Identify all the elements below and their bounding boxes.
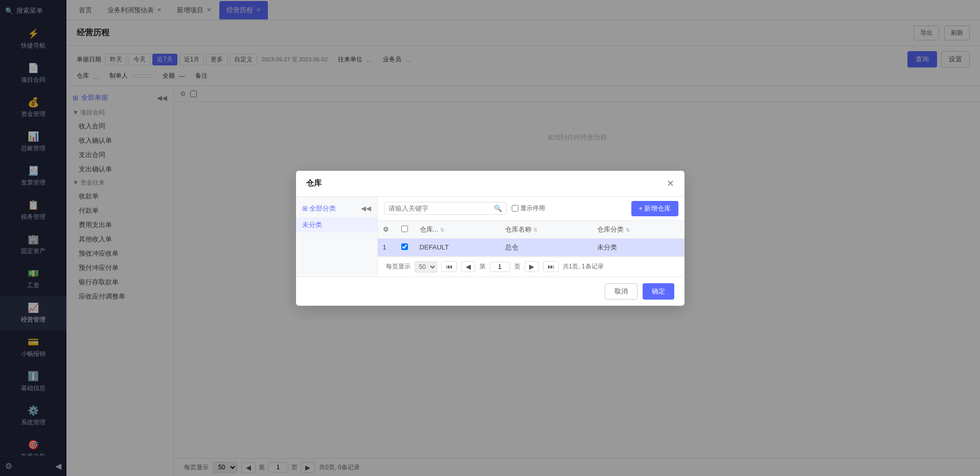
warehouse-table-head: ⚙ 仓库... ⇅ 仓库名称 ⇅ bbox=[378, 221, 685, 239]
col-code-header: 仓库... ⇅ bbox=[415, 221, 500, 239]
sort-name-icon: ⇅ bbox=[533, 227, 537, 233]
modal-per-page-label: 每页显示 bbox=[386, 262, 411, 271]
row-checkbox-cell bbox=[396, 238, 415, 256]
row-checkbox[interactable] bbox=[401, 243, 408, 250]
modal-last-page-button[interactable]: ⏭ bbox=[543, 261, 559, 272]
show-disabled-label: 显示停用 bbox=[520, 204, 545, 213]
add-warehouse-button[interactable]: + 新增仓库 bbox=[631, 201, 678, 216]
table-row[interactable]: 1 DEFAULT 总仓 未分类 bbox=[378, 238, 685, 256]
modal-left-header: ⊞ 全部分类 ◀◀ bbox=[296, 202, 377, 217]
modal-left-collapse-icon[interactable]: ◀◀ bbox=[361, 205, 371, 212]
modal-prev-page-button[interactable]: ◀ bbox=[461, 261, 475, 272]
table-select-all[interactable] bbox=[401, 225, 408, 232]
col-settings: ⚙ bbox=[378, 221, 396, 239]
modal-right-panel: 🔍 显示停用 + 新增仓库 ⚙ bbox=[378, 197, 685, 277]
show-disabled-checkbox[interactable] bbox=[512, 205, 518, 212]
modal-search-icon: 🔍 bbox=[494, 205, 502, 212]
modal-close-button[interactable]: ✕ bbox=[667, 178, 674, 189]
col-name-header: 仓库名称 ⇅ bbox=[500, 221, 592, 239]
modal-search-input[interactable] bbox=[389, 205, 491, 212]
modal-page-input[interactable] bbox=[490, 262, 510, 272]
modal-actions: 取消 确定 bbox=[296, 277, 685, 306]
modal-total-records: 共1页, 1条记录 bbox=[563, 262, 604, 271]
warehouse-table: ⚙ 仓库... ⇅ 仓库名称 ⇅ bbox=[378, 221, 685, 257]
modal-per-page-select[interactable]: 50 bbox=[415, 261, 437, 273]
warehouse-modal: 仓库 ✕ ⊞ 全部分类 ◀◀ 未分类 bbox=[296, 171, 685, 306]
show-disabled-checkbox-label[interactable]: 显示停用 bbox=[512, 204, 545, 213]
modal-pagination: 每页显示 50 ⏮ ◀ 第 页 ▶ ⏭ 共1页, 1条记录 bbox=[378, 257, 685, 277]
row-category: 未分类 bbox=[592, 238, 684, 256]
modal-page-label: 第 bbox=[480, 262, 486, 271]
cancel-button[interactable]: 取消 bbox=[605, 283, 637, 300]
modal-header: 仓库 ✕ bbox=[296, 171, 685, 197]
col-category-label: 仓库分类 bbox=[597, 225, 624, 233]
modal-left-title-text: 全部分类 bbox=[309, 205, 336, 212]
col-category-header: 仓库分类 ⇅ bbox=[592, 221, 684, 239]
sort-category-icon: ⇅ bbox=[626, 227, 630, 233]
warehouse-table-body: 1 DEFAULT 总仓 未分类 bbox=[378, 238, 685, 256]
confirm-button[interactable]: 确定 bbox=[643, 283, 674, 300]
col-checkbox-header bbox=[396, 221, 415, 239]
modal-category-uncategorized[interactable]: 未分类 bbox=[296, 217, 377, 233]
modal-toolbar: 🔍 显示停用 + 新增仓库 bbox=[378, 197, 685, 221]
modal-page-unit: 页 bbox=[514, 262, 520, 271]
modal-next-page-button[interactable]: ▶ bbox=[525, 261, 539, 272]
modal-overlay: 仓库 ✕ ⊞ 全部分类 ◀◀ 未分类 bbox=[0, 0, 980, 476]
warehouse-table-header-row: ⚙ 仓库... ⇅ 仓库名称 ⇅ bbox=[378, 221, 685, 239]
sort-code-icon: ⇅ bbox=[440, 227, 444, 233]
modal-table-wrapper: ⚙ 仓库... ⇅ 仓库名称 ⇅ bbox=[378, 221, 685, 257]
modal-body: ⊞ 全部分类 ◀◀ 未分类 🔍 显示停用 bbox=[296, 197, 685, 277]
grid-icon-modal: ⊞ bbox=[302, 205, 308, 212]
modal-left-panel: ⊞ 全部分类 ◀◀ 未分类 bbox=[296, 197, 378, 277]
row-seq: 1 bbox=[378, 238, 396, 256]
modal-left-title: ⊞ 全部分类 bbox=[302, 204, 336, 213]
col-code-label: 仓库... bbox=[420, 225, 439, 233]
row-name: 总仓 bbox=[500, 238, 592, 256]
modal-first-page-button[interactable]: ⏮ bbox=[441, 261, 457, 272]
modal-title: 仓库 bbox=[306, 178, 322, 188]
col-name-label: 仓库名称 bbox=[505, 225, 532, 233]
row-code: DEFAULT bbox=[415, 238, 500, 256]
modal-search-box[interactable]: 🔍 bbox=[384, 202, 507, 215]
